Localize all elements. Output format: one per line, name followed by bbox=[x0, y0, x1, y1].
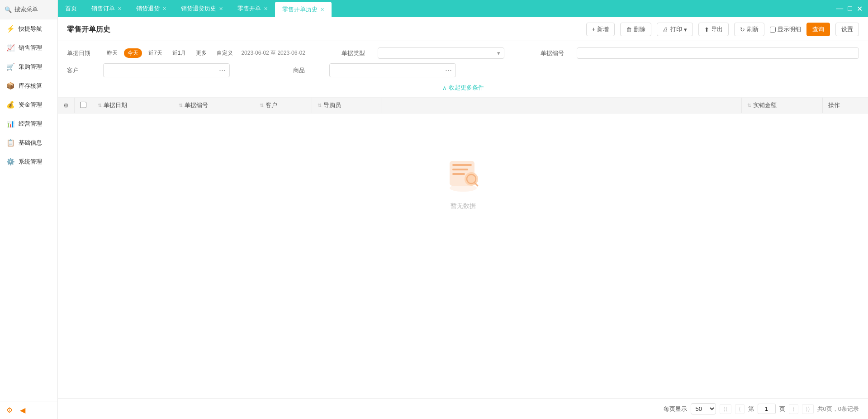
th-guide: ⇅导购员 bbox=[312, 98, 381, 113]
collapse-sidebar-icon[interactable]: ◀ bbox=[20, 406, 25, 414]
th-guide-label: 导购员 bbox=[323, 101, 341, 109]
search-menu-label: 搜索采单 bbox=[14, 5, 38, 14]
sidebar-item-operations[interactable]: 📊经营管理 bbox=[0, 114, 57, 133]
tab-retail-open-history[interactable]: 零售开单历史✕ bbox=[275, 2, 332, 17]
maximize-icon[interactable]: □ bbox=[848, 5, 852, 13]
close-window-icon[interactable]: ✕ bbox=[857, 5, 863, 13]
product-select[interactable]: ··· bbox=[329, 63, 456, 77]
tab-close-sales-return-history[interactable]: ✕ bbox=[219, 6, 223, 12]
tab-label-sales-order: 销售订单 bbox=[91, 5, 115, 13]
per-page-select[interactable]: 10 20 50 100 bbox=[691, 403, 716, 414]
query-button[interactable]: 查询 bbox=[806, 23, 830, 36]
sidebar-item-purchase-mgmt[interactable]: 🛒采购管理 bbox=[0, 57, 57, 76]
th-amount-label: 实销金额 bbox=[753, 101, 777, 109]
sidebar-icon-inventory: 📦 bbox=[6, 82, 15, 90]
refresh-icon: ↻ bbox=[740, 26, 745, 33]
tab-close-retail-open-history[interactable]: ✕ bbox=[320, 7, 324, 13]
refresh-button[interactable]: ↻ 刷新 bbox=[734, 23, 764, 36]
settings-footer-icon[interactable]: ⚙ bbox=[6, 406, 13, 414]
collapse-arrow-icon: ∧ bbox=[442, 85, 447, 91]
prev-page-btn[interactable]: ⟨ bbox=[735, 404, 745, 414]
sidebar-label-quick-nav: 快捷导航 bbox=[19, 25, 42, 33]
page-number-input[interactable]: 1 bbox=[758, 404, 776, 414]
sidebar-item-quick-nav[interactable]: ⚡快捷导航 bbox=[0, 19, 57, 38]
tab-label-retail-open-history: 零售开单历史 bbox=[282, 5, 318, 14]
table-header: ⚙ ⇅单据日期 ⇅单据编号 ⇅客户 ⇅导购员 ⇅实销金额 操作 bbox=[58, 98, 868, 113]
tab-sales-return[interactable]: 销货退货✕ bbox=[129, 0, 174, 17]
order-no-label: 单据编号 bbox=[541, 49, 568, 57]
delete-button[interactable]: 🗑 删除 bbox=[620, 23, 651, 36]
tab-close-sales-order[interactable]: ✕ bbox=[118, 6, 122, 12]
tab-sales-order[interactable]: 销售订单✕ bbox=[84, 0, 129, 17]
th-settings[interactable]: ⚙ bbox=[58, 98, 75, 113]
tab-home[interactable]: 首页 bbox=[58, 0, 84, 17]
top-nav: 首页销售订单✕销货退货✕销货退货历史✕零售开单✕零售开单历史✕ — □ ✕ bbox=[58, 0, 868, 17]
today-btn[interactable]: 今天 bbox=[124, 48, 142, 58]
sidebar-item-system[interactable]: ⚙️系统管理 bbox=[0, 152, 57, 171]
customer-filter-label: 客户 bbox=[67, 66, 94, 75]
th-action: 操作 bbox=[822, 98, 868, 113]
collapse-filter-btn[interactable]: ∧ 收起更多条件 bbox=[442, 82, 484, 94]
sidebar-icon-basic-info: 📋 bbox=[6, 139, 15, 147]
search-menu-item[interactable]: 🔍 搜索采单 bbox=[0, 0, 57, 19]
print-button[interactable]: 🖨 打印 ▾ bbox=[657, 23, 693, 36]
sidebar-label-basic-info: 基础信息 bbox=[19, 139, 42, 147]
customer-select[interactable]: ··· bbox=[103, 63, 230, 77]
yesterday-btn[interactable]: 昨天 bbox=[103, 48, 121, 58]
product-value bbox=[333, 67, 335, 74]
tab-label-sales-return-history: 销货退货历史 bbox=[181, 5, 216, 13]
display-detail-checkbox-label[interactable]: 显示明细 bbox=[770, 25, 801, 33]
sidebar-item-inventory[interactable]: 📦库存核算 bbox=[0, 76, 57, 95]
tab-sales-return-history[interactable]: 销货退货历史✕ bbox=[174, 0, 230, 17]
sidebar-item-sales-mgmt[interactable]: 📈销售管理 bbox=[0, 38, 57, 57]
product-filter-label: 商品 bbox=[293, 66, 320, 75]
th-customer: ⇅客户 bbox=[254, 98, 312, 113]
tab-close-sales-return[interactable]: ✕ bbox=[162, 6, 166, 12]
sidebar-icon-operations: 📊 bbox=[6, 120, 15, 128]
search-icon: 🔍 bbox=[5, 6, 12, 13]
per-page-label: 每页显示 bbox=[664, 405, 687, 413]
main-area: 首页销售订单✕销货退货✕销货退货历史✕零售开单✕零售开单历史✕ — □ ✕ 零售… bbox=[58, 0, 868, 419]
delete-icon: 🗑 bbox=[626, 26, 632, 33]
sidebar-icon-sales-mgmt: 📈 bbox=[6, 44, 15, 52]
more-date-btn[interactable]: 更多 bbox=[192, 48, 210, 58]
last-page-btn[interactable]: ⟩⟩ bbox=[802, 404, 814, 414]
first-page-btn[interactable]: ⟨⟨ bbox=[720, 404, 731, 414]
custom-date-btn[interactable]: 自定义 bbox=[213, 48, 237, 58]
next-page-btn[interactable]: ⟩ bbox=[789, 404, 798, 414]
th-spacer bbox=[381, 98, 742, 113]
tab-retail-open[interactable]: 零售开单✕ bbox=[230, 0, 275, 17]
order-type-value bbox=[382, 50, 384, 56]
tab-label-home: 首页 bbox=[65, 5, 77, 13]
order-no-input[interactable] bbox=[577, 47, 859, 59]
display-detail-checkbox[interactable] bbox=[770, 27, 776, 33]
export-button[interactable]: ⬆ 导出 bbox=[698, 23, 729, 36]
sort-guide-icon[interactable]: ⇅ bbox=[318, 103, 322, 108]
filter-area: 单据日期 昨天 今天 近7天 近1月 更多 自定义 2023-06-02 至 2… bbox=[58, 41, 868, 98]
sort-amount-icon[interactable]: ⇅ bbox=[747, 103, 751, 108]
sort-order-no-icon[interactable]: ⇅ bbox=[179, 103, 183, 108]
tab-close-retail-open[interactable]: ✕ bbox=[264, 6, 268, 12]
sidebar-item-basic-info[interactable]: 📋基础信息 bbox=[0, 133, 57, 152]
settings-button[interactable]: 设置 bbox=[835, 23, 859, 36]
window-controls: — □ ✕ bbox=[836, 5, 868, 13]
select-all-checkbox[interactable] bbox=[80, 102, 86, 108]
customer-dots-icon[interactable]: ··· bbox=[219, 66, 226, 75]
last7-btn[interactable]: 近7天 bbox=[145, 48, 166, 58]
sidebar-icon-purchase-mgmt: 🛒 bbox=[6, 63, 15, 71]
page-suffix-label: 页 bbox=[779, 405, 785, 413]
minimize-icon[interactable]: — bbox=[836, 5, 843, 13]
sidebar-item-finance[interactable]: 💰资金管理 bbox=[0, 95, 57, 114]
th-order-no-label: 单据编号 bbox=[185, 101, 208, 109]
add-button[interactable]: + 新增 bbox=[586, 23, 615, 36]
product-dots-icon[interactable]: ··· bbox=[445, 66, 452, 75]
page-header: 零售开单历史 + 新增 🗑 删除 🖨 打印 ▾ ⬆ 导出 ↻ bbox=[58, 17, 868, 41]
export-icon: ⬆ bbox=[704, 26, 709, 33]
sort-date-icon[interactable]: ⇅ bbox=[98, 103, 102, 108]
sidebar: 🔍 搜索采单 ⚡快捷导航📈销售管理🛒采购管理📦库存核算💰资金管理📊经营管理📋基础… bbox=[0, 0, 58, 419]
sort-customer-icon[interactable]: ⇅ bbox=[260, 103, 264, 108]
order-type-dropdown-icon: ▾ bbox=[497, 50, 500, 56]
last-month-btn[interactable]: 近1月 bbox=[169, 48, 190, 58]
order-type-select[interactable]: ▾ bbox=[378, 47, 504, 59]
print-icon: 🖨 bbox=[663, 26, 669, 33]
